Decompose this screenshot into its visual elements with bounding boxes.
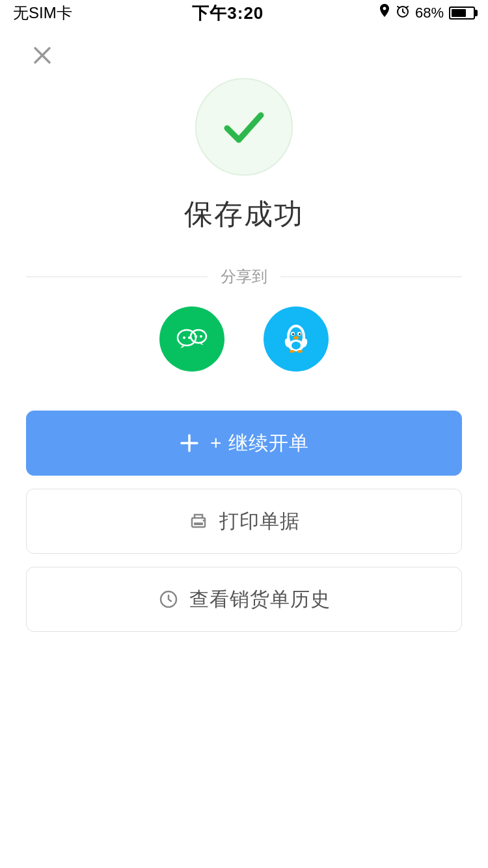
svg-point-15 xyxy=(293,336,299,340)
plus-icon xyxy=(179,433,200,454)
svg-point-26 xyxy=(203,520,205,522)
action-buttons: + 继续开单 打印单据 查看销货单历史 xyxy=(26,411,462,632)
history-button[interactable]: 查看销货单历史 xyxy=(26,567,462,632)
divider-line-right xyxy=(280,277,462,277)
svg-point-18 xyxy=(290,350,295,353)
time-label: 下午3:20 xyxy=(192,2,264,25)
history-icon xyxy=(158,589,179,610)
svg-point-17 xyxy=(291,342,301,349)
share-divider: 分享到 xyxy=(26,266,462,287)
continue-label: + 继续开单 xyxy=(210,430,309,457)
continue-button[interactable]: + 继续开单 xyxy=(26,411,462,476)
svg-point-19 xyxy=(297,350,303,353)
print-label: 打印单据 xyxy=(219,508,300,535)
svg-point-8 xyxy=(200,335,202,338)
divider-line-left xyxy=(26,277,208,277)
svg-point-14 xyxy=(299,333,301,335)
qq-icon xyxy=(278,321,314,357)
close-button[interactable] xyxy=(26,39,59,72)
status-left: 无SIM卡 xyxy=(13,3,77,23)
checkmark-icon xyxy=(218,101,270,153)
qq-share-button[interactable] xyxy=(264,306,329,372)
svg-point-13 xyxy=(292,333,294,335)
status-bar: 无SIM卡 下午3:20 68% xyxy=(0,0,488,26)
success-icon-circle xyxy=(195,78,293,176)
svg-point-4 xyxy=(191,330,206,343)
location-icon xyxy=(379,4,390,22)
svg-point-6 xyxy=(188,336,191,339)
print-icon xyxy=(188,511,209,532)
carrier-label: 无SIM卡 xyxy=(13,3,72,23)
main-content: 保存成功 分享到 xyxy=(0,26,488,868)
wechat-share-button[interactable] xyxy=(159,306,224,372)
status-right: 68% xyxy=(379,4,475,22)
wechat-icon xyxy=(174,321,210,357)
alarm-icon xyxy=(396,4,410,22)
svg-point-5 xyxy=(183,336,185,339)
svg-point-7 xyxy=(195,335,197,338)
share-icons-row xyxy=(159,306,329,372)
battery-percent: 68% xyxy=(415,5,444,21)
share-label: 分享到 xyxy=(221,266,267,287)
svg-rect-25 xyxy=(194,522,203,525)
history-label: 查看销货单历史 xyxy=(189,586,331,613)
print-button[interactable]: 打印单据 xyxy=(26,489,462,554)
success-title: 保存成功 xyxy=(184,195,304,234)
battery-icon xyxy=(449,7,475,20)
